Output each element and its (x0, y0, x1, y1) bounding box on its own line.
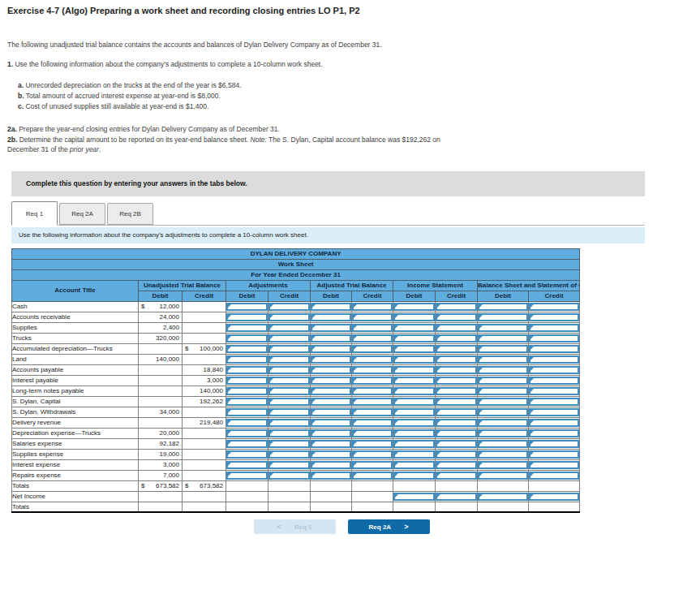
answer-cell[interactable] (352, 366, 393, 374)
answer-cell[interactable] (478, 429, 528, 437)
answer-cell[interactable] (226, 419, 268, 427)
answer-cell[interactable] (436, 440, 477, 448)
answer-cell[interactable] (529, 450, 579, 459)
answer-cell[interactable] (529, 419, 579, 427)
answer-cell[interactable] (529, 429, 579, 437)
answer-cell[interactable] (226, 461, 268, 469)
answer-cell[interactable] (226, 429, 268, 437)
answer-cell[interactable] (393, 440, 435, 448)
answer-cell[interactable] (436, 419, 477, 427)
answer-cell[interactable] (478, 303, 528, 311)
answer-cell[interactable] (226, 387, 268, 395)
answer-cell[interactable] (226, 450, 268, 459)
answer-cell[interactable] (268, 387, 310, 395)
tab-req-1[interactable]: Req 1 (11, 201, 58, 226)
answer-cell[interactable] (311, 398, 351, 406)
answer-cell[interactable] (352, 313, 393, 321)
answer-cell[interactable] (226, 408, 268, 416)
answer-cell[interactable] (311, 334, 351, 342)
answer-cell[interactable] (393, 387, 435, 395)
answer-cell[interactable] (352, 303, 393, 311)
answer-cell[interactable] (529, 366, 579, 374)
answer-cell[interactable] (436, 450, 477, 459)
answer-cell[interactable] (529, 334, 579, 342)
answer-cell[interactable] (352, 334, 393, 342)
answer-cell[interactable] (393, 408, 435, 416)
answer-cell[interactable] (311, 472, 351, 480)
answer-cell[interactable] (529, 377, 579, 385)
answer-cell[interactable] (311, 345, 351, 353)
answer-cell[interactable] (352, 429, 393, 437)
answer-cell[interactable] (393, 398, 435, 406)
answer-cell[interactable] (226, 334, 268, 342)
answer-cell[interactable] (226, 366, 268, 374)
answer-cell[interactable] (393, 324, 435, 332)
answer-cell[interactable] (436, 324, 477, 332)
answer-cell[interactable] (393, 345, 435, 353)
answer-cell[interactable] (352, 461, 393, 469)
answer-cell[interactable] (478, 461, 528, 469)
answer-cell[interactable] (393, 419, 435, 427)
answer-cell[interactable] (268, 345, 310, 353)
answer-cell[interactable] (478, 450, 528, 459)
answer-cell[interactable] (311, 408, 351, 416)
answer-cell[interactable] (529, 324, 579, 332)
answer-cell[interactable] (436, 398, 477, 406)
answer-cell[interactable] (352, 440, 393, 448)
answer-cell[interactable] (226, 303, 268, 311)
answer-cell[interactable] (393, 355, 435, 364)
answer-cell[interactable] (311, 429, 351, 437)
answer-cell[interactable] (529, 387, 579, 395)
answer-cell[interactable] (436, 461, 477, 469)
answer-cell[interactable] (393, 472, 435, 480)
answer-cell[interactable] (393, 366, 435, 374)
answer-cell[interactable] (393, 377, 435, 385)
answer-cell[interactable] (478, 366, 528, 374)
answer-cell[interactable] (268, 334, 310, 342)
answer-cell[interactable] (436, 429, 477, 437)
answer-cell[interactable] (311, 366, 351, 374)
answer-cell[interactable] (268, 303, 310, 311)
answer-cell[interactable] (311, 387, 351, 395)
answer-cell[interactable] (529, 461, 579, 469)
answer-cell[interactable] (478, 324, 528, 332)
answer-cell[interactable] (436, 355, 477, 364)
answer-cell[interactable] (436, 345, 477, 353)
answer-cell[interactable] (529, 408, 579, 416)
answer-cell[interactable] (393, 493, 435, 501)
answer-cell[interactable] (311, 303, 351, 311)
answer-cell[interactable] (478, 377, 528, 385)
answer-cell[interactable] (226, 398, 268, 406)
answer-cell[interactable] (478, 398, 528, 406)
answer-cell[interactable] (352, 387, 393, 395)
next-button[interactable]: Req 2A > (348, 519, 430, 534)
answer-cell[interactable] (478, 387, 528, 395)
answer-cell[interactable] (311, 324, 351, 332)
answer-cell[interactable] (268, 419, 310, 427)
answer-cell[interactable] (529, 313, 579, 321)
answer-cell[interactable] (436, 377, 477, 385)
answer-cell[interactable] (478, 313, 528, 321)
answer-cell[interactable] (352, 398, 393, 406)
answer-cell[interactable] (226, 345, 268, 353)
answer-cell[interactable] (478, 334, 528, 342)
answer-cell[interactable] (436, 387, 477, 395)
answer-cell[interactable] (529, 355, 579, 364)
answer-cell[interactable] (268, 377, 310, 385)
answer-cell[interactable] (226, 472, 268, 480)
answer-cell[interactable] (436, 313, 477, 321)
answer-cell[interactable] (311, 313, 351, 321)
answer-cell[interactable] (478, 419, 528, 427)
answer-cell[interactable] (268, 440, 310, 448)
answer-cell[interactable] (478, 472, 528, 480)
answer-cell[interactable] (311, 419, 351, 427)
answer-cell[interactable] (352, 345, 393, 353)
answer-cell[interactable] (352, 472, 393, 480)
answer-cell[interactable] (478, 440, 528, 448)
answer-cell[interactable] (436, 334, 477, 342)
answer-cell[interactable] (478, 493, 528, 501)
answer-cell[interactable] (529, 493, 579, 501)
answer-cell[interactable] (352, 355, 393, 364)
answer-cell[interactable] (352, 450, 393, 459)
answer-cell[interactable] (352, 324, 393, 332)
